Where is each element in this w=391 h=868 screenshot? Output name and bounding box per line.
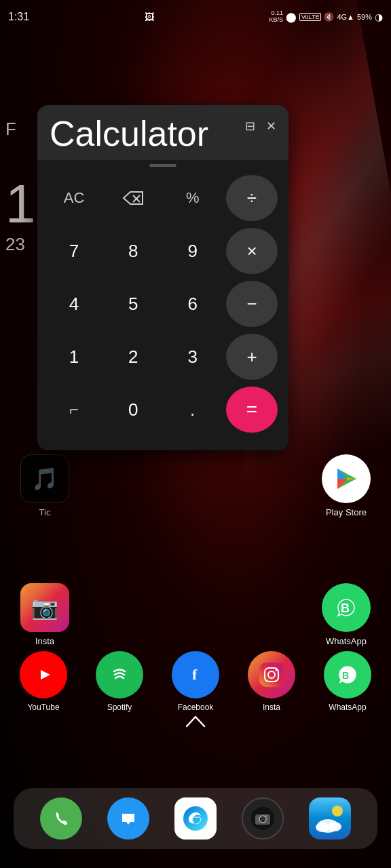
spotify-icon [96,651,143,698]
instagram-label: Insta [35,636,54,646]
battery-icon: ◑ [375,12,383,22]
status-bar: 1:31 🖼 0.11KB/S ⬤ VoLTE 🔇 4G▲ 59% ◑ [0,0,391,34]
app-whatsapp2[interactable]: B WhatsApp [314,651,381,712]
chevron-up[interactable] [185,715,206,728]
btn-4[interactable]: 4 [48,281,100,327]
btn-3[interactable]: 3 [167,334,219,380]
svg-text:B: B [342,670,349,681]
svg-text:B: B [341,601,350,615]
calc-row-3: 4 5 6 − [48,281,278,327]
mute-icon: 🔇 [324,12,334,22]
btn-percent[interactable]: % [167,175,219,221]
tiktok-label: Tic [39,507,51,517]
close-icon[interactable]: ✕ [266,119,276,134]
btn-2[interactable]: 2 [107,334,159,380]
app-instagram[interactable]: Insta [238,651,305,712]
instagram2-icon [248,651,295,698]
svg-point-6 [109,664,130,686]
btn-0[interactable]: 0 [107,387,159,433]
btn-bracket-open[interactable]: ⌐ [48,387,100,433]
dock-tasks[interactable] [309,797,351,840]
bg-day-text: F [5,119,16,140]
btn-equals[interactable]: = [226,387,278,433]
svg-point-21 [261,817,265,821]
calc-row-1: AC % ÷ [48,175,278,221]
calc-row-4: 1 2 3 + [48,334,278,380]
svg-point-15 [50,807,73,830]
btn-multiply[interactable]: × [226,228,278,274]
btn-dot[interactable]: . [167,387,219,433]
svg-rect-9 [259,663,284,687]
dock-camera[interactable] [242,797,284,840]
calc-row-5: ⌐ 0 . = [48,387,278,433]
svg-point-17 [183,806,208,831]
app-spotify[interactable]: Spotify [86,651,153,712]
facebook-icon: f [172,651,219,698]
app-icon-whatsapp[interactable]: B WhatsApp [310,583,383,646]
status-icons: 0.11KB/S ⬤ VoLTE 🔇 4G▲ 59% ◑ [269,10,383,24]
instagram-icon: 📷 [20,583,69,632]
svg-point-26 [316,823,329,832]
dock [14,788,377,849]
whatsapp-icon: B [322,583,371,632]
btn-9[interactable]: 9 [167,228,219,274]
dock-phone[interactable] [40,797,82,840]
app-icon-playstore[interactable]: Play Store [310,454,383,517]
calc-header: Calculator ⊟ ✕ [37,105,288,160]
bg-date-text: 1 [5,173,36,235]
svg-point-12 [276,669,278,671]
calc-row-2: 7 8 9 × [48,228,278,274]
calculator-popup: Calculator ⊟ ✕ AC % ÷ 7 8 9 × 4 5 6 − [37,105,288,450]
tiktok-icon: 🎵 [20,454,69,503]
bottom-app-row: YouTube Spotify f Facebook Insta B Whats… [0,651,391,712]
svg-point-22 [265,815,267,817]
app-youtube[interactable]: YouTube [10,651,77,712]
btn-8[interactable]: 8 [107,228,159,274]
svg-text:f: f [192,666,198,683]
svg-rect-23 [309,797,351,840]
whatsapp2-label: WhatsApp [329,703,366,712]
btn-backspace[interactable] [107,175,159,221]
app-icon-instagram-partial[interactable]: 📷 Insta [8,583,81,646]
signal-icon: 4G▲ [337,13,354,21]
youtube-icon [20,651,67,698]
whatsapp2-icon: B [324,651,371,698]
btn-divide[interactable]: ÷ [226,175,278,221]
playstore-label: Play Store [326,507,367,517]
btn-1[interactable]: 1 [48,334,100,380]
calc-buttons: AC % ÷ 7 8 9 × 4 5 6 − 1 2 3 + [37,167,288,450]
btn-plus[interactable]: + [226,334,278,380]
app-facebook[interactable]: f Facebook [162,651,229,712]
svg-point-27 [328,822,341,831]
spotify-label: Spotify [107,703,132,712]
btn-minus[interactable]: − [226,281,278,327]
volte-icon: VoLTE [299,13,321,21]
status-time: 1:31 [8,11,29,23]
btn-5[interactable]: 5 [107,281,159,327]
app-icon-tiktok[interactable]: 🎵 Tic [8,454,81,517]
btn-7[interactable]: 7 [48,228,100,274]
instagram2-label: Insta [263,703,280,712]
btn-ac[interactable]: AC [48,175,100,221]
network-speed: 0.11KB/S [269,10,284,24]
bg-date2-text: 23 [5,234,25,255]
calc-header-icons: ⊟ ✕ [245,115,276,134]
photo-icon: 🖼 [145,12,154,22]
facebook-label: Facebook [178,703,214,712]
dock-messages[interactable] [107,797,149,840]
playstore-icon [322,454,371,503]
svg-point-24 [332,806,343,816]
battery-text: 59% [357,13,372,21]
calc-title: Calculator [50,115,208,153]
bluetooth-icon: ⬤ [286,12,297,22]
window-icon[interactable]: ⊟ [245,119,255,134]
dock-edge[interactable] [174,797,217,840]
btn-6[interactable]: 6 [167,281,219,327]
youtube-label: YouTube [27,703,59,712]
whatsapp-label: WhatsApp [326,636,367,646]
